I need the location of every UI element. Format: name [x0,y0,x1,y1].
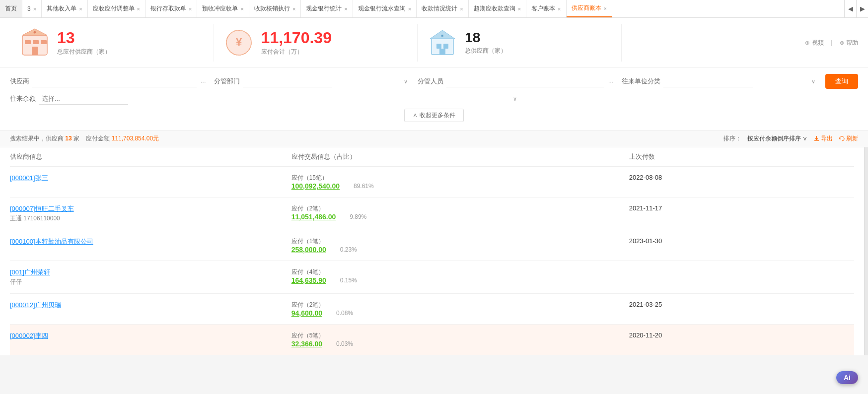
filter-person-label: 分管人员 [418,77,443,86]
filter-dept-input[interactable] [243,75,332,87]
result-info-text: 搜索结果中，供应商 13 家 应付金额 111,703,854.00元 [10,134,159,143]
nav-arrow-left[interactable]: ◀ [844,0,856,18]
help-separator: ｜ [829,39,835,47]
filter-category-dropdown[interactable]: ∨ [663,75,818,87]
trans-amount-1[interactable]: 100,092,540.00 [291,182,340,190]
supplier-link-2[interactable]: [000007]恒旺二手叉车 [10,204,291,213]
content-wrap: 供应商信息 应付交易信息（占比） 上次付数 [000001]张三 应付（15笔） [0,147,868,355]
stat-payable-total-content: 11,170.39 应付合计（万） [261,29,332,56]
help-video-link[interactable]: ⊙ 视频 [805,39,823,47]
trans-amount-2[interactable]: 11,051,486.00 [291,213,336,221]
stat-payable-total-number: 11,170.39 [261,29,332,47]
trans-amount-5[interactable]: 94,600.00 [291,309,322,317]
table-row[interactable]: [000002]李四 应付（5笔） 32,366.00 0.03% 2020-1… [10,325,854,355]
sort-value[interactable]: 按应付余额倒序排序 ∨ [747,134,807,143]
nav-tab-overdue-ar-close[interactable]: × [518,6,521,12]
supplier-info-5: [000012]广州贝瑞 [10,301,291,310]
nav-tab-bank-deposit[interactable]: 银行存取款单 × [145,0,197,17]
nav-tab-ar-ap-adjust[interactable]: 应收应付调整单 × [88,0,145,17]
supplier-info-1: [000001]张三 [10,174,291,183]
person-dots[interactable]: ··· [608,78,614,85]
nav-tab-3-close[interactable]: × [33,6,36,12]
nav-tab-receipt-verify-close[interactable]: × [292,6,295,12]
filter-supplier-input[interactable] [32,75,197,87]
nav-tab-home[interactable]: 首页 [0,0,22,17]
nav-tab-supplier-book[interactable]: 供应商账本 × [567,0,612,17]
nav-tab-prepay-ar-close[interactable]: × [240,6,243,12]
export-button[interactable]: 导出 [813,134,833,143]
store-icon: ■ [428,28,457,58]
stat-payable-suppliers-number: 13 [57,29,111,47]
nav-tab-cash-bank-stat-close[interactable]: × [344,6,347,12]
nav-tab-3[interactable]: 3 × [22,0,42,17]
supplier-link-1[interactable]: [000001]张三 [10,174,291,183]
filter-dept-dropdown[interactable]: ∨ [243,75,410,87]
nav-tab-cash-bank-stat-label: 现金银行统计 [306,4,342,13]
nav-tab-receipt-stat-label: 收款情况统计 [422,4,457,13]
nav-arrow-right[interactable]: ▶ [856,0,868,18]
lastpay-2: 2021-11-17 [629,204,854,212]
help-links: ⊙ 视频 ｜ ⊙ 帮助 [805,39,858,47]
supplier-link-3[interactable]: [000100]本特勤油品有限公司 [10,237,291,246]
nav-tab-prepay-ar[interactable]: 预收冲应收单 × [197,0,249,17]
nav-tab-receipt-verify[interactable]: 收款核销执行 × [249,0,301,17]
transaction-info-6: 应付（5笔） 32,366.00 0.03% [291,331,629,348]
supplier-icon: ◆ [20,28,50,58]
supplier-dots[interactable]: ··· [201,78,206,85]
filter-category-input[interactable] [663,75,753,87]
refresh-button[interactable]: 刷新 [839,134,858,143]
scrollbar-right[interactable] [864,147,868,355]
nav-tab-overdue-ar[interactable]: 超期应收款查询 × [469,0,526,17]
filter-row-2: 往来余额 ∨ [10,93,858,105]
filter-area: 供应商 ··· 分管部门 ∨ 分管人员 ··· 往来单位分类 ∨ 查询 [0,68,868,131]
nav-tab-other-income[interactable]: 其他收入单 × [42,0,87,17]
query-button[interactable]: 查询 [825,74,858,89]
filter-category-item: 往来单位分类 ∨ [622,75,818,87]
table-row[interactable]: [000012]广州贝瑞 应付（2笔） 94,600.00 0.08% 2021… [10,294,854,325]
nav-tab-ar-ap-adjust-close[interactable]: × [137,6,140,12]
stat-total-suppliers-content: 18 总供应商（家） [465,30,506,55]
nav-tab-bank-deposit-close[interactable]: × [189,6,192,12]
filter-balance-dropdown[interactable]: ∨ [39,93,519,105]
stat-payable-total: ¥ 11,170.39 应付合计（万） [214,24,418,62]
nav-tab-cash-bank-flow[interactable]: 现金银行流水查询 × [353,0,417,17]
nav-tab-receipt-stat-close[interactable]: × [460,6,463,12]
supplier-link-4[interactable]: [001]广州荣轩 [10,268,291,277]
help-link[interactable]: ⊙ 帮助 [840,39,858,47]
nav-tab-other-income-close[interactable]: × [79,6,82,12]
nav-tab-receipt-stat[interactable]: 收款情况统计 × [417,0,468,17]
filter-balance-input[interactable] [39,93,128,105]
filter-dept-item: 分管部门 ∨ [214,75,410,87]
filter-supplier-label: 供应商 [10,77,29,86]
table-row[interactable]: [000100]本特勤油品有限公司 应付（1笔） 258,000.00 0.23… [10,230,854,261]
nav-tab-supplier-book-close[interactable]: × [604,5,607,11]
supplier-link-5[interactable]: [000012]广州贝瑞 [10,301,291,310]
supplier-link-6[interactable]: [000002]李四 [10,331,291,340]
trans-percent-6: 0.03% [336,340,353,347]
col-header-supplier: 供应商信息 [10,152,291,161]
nav-tab-customer-book[interactable]: 客户账本 × [526,0,566,17]
svg-rect-5 [32,47,38,55]
filter-category-label: 往来单位分类 [622,77,660,86]
money-icon: ¥ [224,28,254,58]
nav-tab-customer-book-close[interactable]: × [558,6,561,12]
transaction-info-4: 应付（4笔） 164,635.90 0.15% [291,268,629,284]
table-row[interactable]: [000001]张三 应付（15笔） 100,092,540.00 89.61%… [10,167,854,197]
trans-amount-6[interactable]: 32,366.00 [291,340,322,348]
col-header-transaction: 应付交易信息（占比） [291,152,629,161]
filter-person-item: 分管人员 ··· [418,75,614,87]
trans-amount-3[interactable]: 258,000.00 [291,246,326,254]
table-row[interactable]: [001]广州荣轩 仔仔 应付（4笔） 164,635.90 0.15% [10,261,854,294]
trans-percent-4: 0.15% [340,277,357,284]
filter-person-input[interactable] [446,75,604,87]
nav-tab-cash-bank-flow-close[interactable]: × [408,6,411,12]
filter-row-1: 供应商 ··· 分管部门 ∨ 分管人员 ··· 往来单位分类 ∨ 查询 [10,74,858,89]
stat-payable-suppliers: ◆ 13 总应付供应商（家） [10,24,214,62]
trans-amount-4[interactable]: 164,635.90 [291,276,326,284]
collapse-more-btn[interactable]: ∧ 收起更多条件 [404,109,464,122]
table-row[interactable]: [000007]恒旺二手叉车 王通 17106110000 应付（2笔） 11,… [10,197,854,230]
lastpay-3: 2023-01-30 [629,237,854,245]
nav-tab-cash-bank-stat[interactable]: 现金银行统计 × [301,0,353,17]
result-bar: 搜索结果中，供应商 13 家 应付金额 111,703,854.00元 排序： … [0,131,868,147]
transaction-info-5: 应付（2笔） 94,600.00 0.08% [291,301,629,317]
